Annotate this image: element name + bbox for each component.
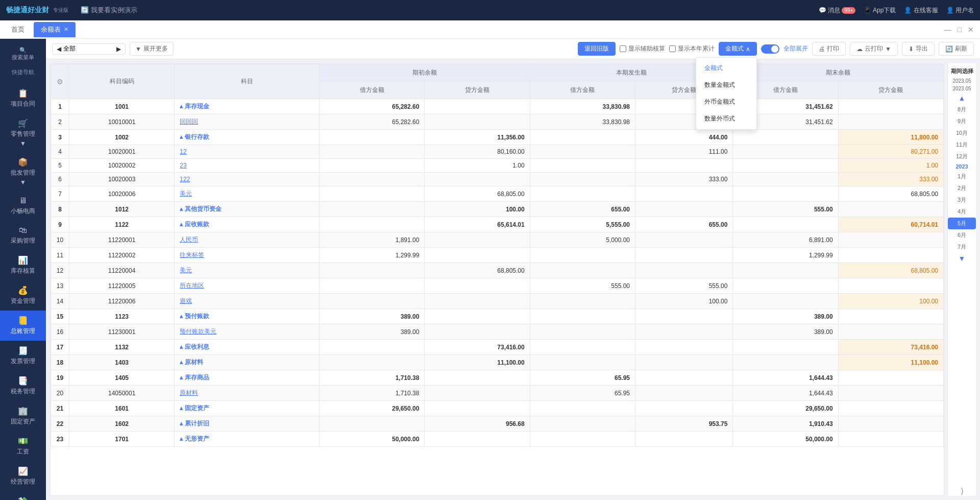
sidebar-item-ledger[interactable]: 📒总账管理 bbox=[0, 311, 46, 341]
period-up-arrow[interactable]: ▲ bbox=[957, 92, 967, 104]
td-name[interactable]: 美元 bbox=[175, 186, 320, 202]
period-down-arrow[interactable]: ▼ bbox=[957, 253, 967, 264]
settings-icon[interactable]: ⚙ bbox=[57, 78, 63, 86]
td-row-num: 5 bbox=[51, 159, 69, 173]
online-service-btn[interactable]: 👤 在线客服 bbox=[904, 6, 938, 15]
window-maximize-icon[interactable]: □ bbox=[955, 26, 964, 34]
sidebar-item-project[interactable]: 📋项目合同 bbox=[0, 83, 46, 113]
demo-text[interactable]: 🔄 我要看实例演示 bbox=[81, 6, 137, 15]
td-value bbox=[838, 370, 943, 386]
month-1[interactable]: 1月 bbox=[948, 171, 976, 182]
sidebar-quick-nav[interactable]: 快捷导航 bbox=[0, 65, 46, 79]
td-value bbox=[425, 248, 530, 263]
td-name[interactable]: 12 bbox=[175, 145, 320, 159]
window-close-icon[interactable]: ✕ bbox=[966, 26, 976, 34]
td-name[interactable]: 美元 bbox=[175, 263, 320, 278]
show-ytd-checkbox[interactable]: 显示本年累计 bbox=[669, 44, 715, 53]
td-value: 1,299.99 bbox=[733, 248, 838, 263]
sidebar-item-operations[interactable]: 📈经营管理 bbox=[0, 461, 46, 491]
td-value: 1,891.00 bbox=[320, 232, 425, 248]
back-version-btn[interactable]: 退回旧版 bbox=[578, 42, 616, 56]
sidebar-item-ecommerce[interactable]: 🖥小畅电商 bbox=[0, 191, 46, 221]
th-code: 科目编码 bbox=[69, 64, 175, 99]
tab-close-icon[interactable]: ✕ bbox=[64, 26, 68, 33]
amount-type-btn[interactable]: 金额式 ∧ bbox=[719, 42, 757, 56]
search-input[interactable] bbox=[63, 45, 114, 53]
amount-type-option-1[interactable]: 数量金额式 bbox=[696, 77, 756, 93]
td-value: 1,644.43 bbox=[733, 370, 838, 386]
amount-type-option-3[interactable]: 数量外币式 bbox=[696, 110, 756, 127]
expand-all-toggle[interactable] bbox=[761, 44, 779, 54]
month-8[interactable]: 8月 bbox=[948, 104, 976, 115]
sidebar-item-salary[interactable]: 💵工资 bbox=[0, 431, 46, 461]
month-11[interactable]: 11月 bbox=[948, 139, 976, 151]
month-4[interactable]: 4月 bbox=[948, 206, 976, 218]
td-name[interactable]: 所在地区 bbox=[175, 278, 320, 294]
td-value bbox=[530, 401, 635, 416]
td-name[interactable]: 回回回 bbox=[175, 114, 320, 130]
td-name: ▴ 银行存款 bbox=[175, 130, 320, 145]
messages-btn[interactable]: 💬 消息 99+ bbox=[819, 6, 856, 15]
month-7[interactable]: 7月 bbox=[948, 241, 976, 253]
show-auxiliary-checkbox[interactable]: 显示辅助核算 bbox=[620, 44, 665, 53]
period-year1: 2023.05 bbox=[951, 77, 972, 85]
search-forward-icon[interactable]: ▶ bbox=[116, 45, 121, 53]
tab-balance-sheet[interactable]: 余额表 ✕ bbox=[34, 22, 76, 37]
user-avatar[interactable]: 👤 用户名 bbox=[946, 6, 974, 15]
sidebar-item-invoice[interactable]: 🧾发票管理 bbox=[0, 341, 46, 371]
amount-type-option-0[interactable]: 金额式 bbox=[696, 60, 756, 77]
app-download-btn[interactable]: 📱 App下载 bbox=[864, 6, 896, 15]
sidebar-search[interactable]: 🔍搜索菜单 bbox=[0, 43, 46, 65]
amount-type-option-2[interactable]: 外币金额式 bbox=[696, 93, 756, 110]
export-btn[interactable]: ⬇ 导出 bbox=[902, 42, 935, 56]
td-name[interactable]: 122 bbox=[175, 173, 320, 186]
td-code: 1403 bbox=[69, 355, 175, 370]
td-code: 10020003 bbox=[69, 173, 175, 186]
td-value bbox=[733, 159, 838, 173]
month-3[interactable]: 3月 bbox=[948, 194, 976, 206]
td-value bbox=[425, 99, 530, 114]
right-panel-collapse-icon[interactable]: ⟩ bbox=[961, 486, 964, 496]
td-value bbox=[530, 324, 635, 340]
td-value: 333.00 bbox=[838, 173, 943, 186]
tab-home[interactable]: 首页 bbox=[4, 22, 32, 37]
td-value bbox=[838, 232, 943, 248]
td-code: 11230001 bbox=[69, 324, 175, 340]
td-value bbox=[635, 232, 733, 248]
month-6[interactable]: 6月 bbox=[948, 229, 976, 241]
td-name[interactable]: 人民币 bbox=[175, 232, 320, 248]
sidebar-item-inventory[interactable]: 📊库存核算 bbox=[0, 250, 46, 280]
th-opening-debit: 借方金额 bbox=[320, 82, 425, 99]
window-minimize-icon[interactable]: — bbox=[942, 26, 953, 34]
sidebar-item-finance[interactable]: 💰资金管理 bbox=[0, 280, 46, 311]
td-code: 1012 bbox=[69, 202, 175, 217]
td-name[interactable]: 原材料 bbox=[175, 386, 320, 401]
td-name[interactable]: 往来标签 bbox=[175, 248, 320, 263]
month-9[interactable]: 9月 bbox=[948, 115, 976, 127]
month-10[interactable]: 10月 bbox=[948, 127, 976, 139]
month-2[interactable]: 2月 bbox=[948, 182, 976, 194]
td-name[interactable]: 预付账款美元 bbox=[175, 324, 320, 340]
cloud-print-btn[interactable]: ☁ 云打印 ▼ bbox=[850, 42, 898, 56]
sidebar-item-purchase[interactable]: 🛍采购管理 bbox=[0, 221, 46, 250]
expand-more-btn[interactable]: ▼ 展开更多 bbox=[130, 42, 174, 56]
td-row-num: 18 bbox=[51, 355, 69, 370]
month-12[interactable]: 12月 bbox=[948, 151, 976, 162]
sidebar-item-wholesale[interactable]: 📦批发管理 ▼ bbox=[0, 152, 46, 191]
sidebar-item-retail[interactable]: 🛒零售管理 ▼ bbox=[0, 113, 46, 152]
td-code: 10020002 bbox=[69, 159, 175, 173]
td-row-num: 11 bbox=[51, 248, 69, 263]
sidebar-item-fixed-assets[interactable]: 🏢固定资产 bbox=[0, 401, 46, 431]
print-btn[interactable]: 🖨 打印 bbox=[812, 42, 846, 56]
td-value: 68,805.00 bbox=[838, 186, 943, 202]
td-name[interactable]: 遊戏 bbox=[175, 294, 320, 309]
refresh-btn[interactable]: 🔄 刷新 bbox=[939, 42, 974, 56]
td-value bbox=[320, 217, 425, 232]
month-5[interactable]: 5月 bbox=[948, 218, 976, 229]
td-value bbox=[733, 130, 838, 145]
td-name[interactable]: 23 bbox=[175, 159, 320, 173]
sidebar-item-expense[interactable]: 💸小畅报销 bbox=[0, 491, 46, 500]
search-box[interactable]: ◀ ▶ bbox=[52, 43, 126, 55]
td-name: ▴ 预付账款 bbox=[175, 309, 320, 324]
sidebar-item-tax[interactable]: 📑税务管理 bbox=[0, 371, 46, 401]
